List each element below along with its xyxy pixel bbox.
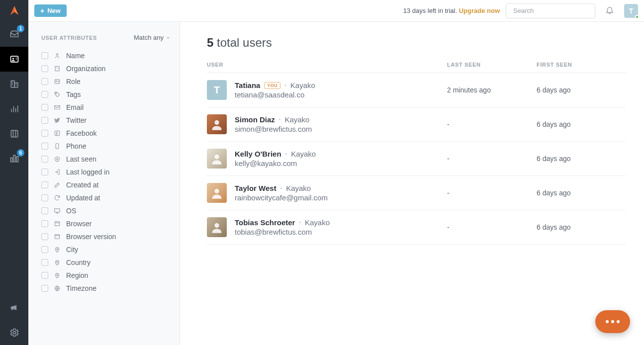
search-input[interactable] bbox=[513, 7, 597, 14]
attribute-label: Browser version bbox=[66, 233, 116, 241]
checkbox[interactable] bbox=[41, 117, 48, 124]
attribute-item[interactable]: Role bbox=[41, 75, 171, 88]
nav-reports[interactable] bbox=[0, 96, 28, 121]
col-last-seen[interactable]: LAST SEEN bbox=[447, 62, 537, 68]
nav-helpcenter[interactable] bbox=[0, 121, 28, 146]
attribute-item[interactable]: Browser bbox=[41, 217, 171, 230]
attribute-list: NameOrganizationRoleTagsEmailTwitterFace… bbox=[41, 49, 171, 295]
svg-rect-43 bbox=[55, 222, 59, 226]
dot-separator: • bbox=[280, 185, 282, 191]
dot-separator: • bbox=[284, 83, 286, 88]
last-seen-cell: - bbox=[447, 189, 537, 197]
user-name: Simon Diaz bbox=[235, 115, 275, 124]
checkbox[interactable] bbox=[41, 156, 48, 163]
attribute-label: Facebook bbox=[66, 129, 96, 137]
nav-organizations[interactable] bbox=[0, 72, 28, 96]
svg-point-53 bbox=[214, 155, 219, 159]
table-header: USER LAST SEEN FIRST SEEN bbox=[207, 62, 626, 73]
filters-panel: USER ATTRIBUTES Match any NameOrganizati… bbox=[28, 22, 180, 345]
attribute-item[interactable]: Facebook bbox=[41, 127, 171, 140]
checkbox[interactable] bbox=[41, 104, 48, 111]
attribute-item[interactable]: Tags bbox=[41, 88, 171, 101]
search-box[interactable] bbox=[506, 3, 595, 18]
attribute-label: Last logged in bbox=[66, 168, 109, 176]
attribute-item[interactable]: Country bbox=[41, 256, 171, 269]
checkbox[interactable] bbox=[41, 194, 48, 201]
match-select[interactable]: Match any bbox=[134, 34, 171, 41]
attribute-item[interactable]: Organization bbox=[41, 62, 171, 75]
checkbox[interactable] bbox=[41, 78, 48, 85]
checkbox[interactable] bbox=[41, 130, 48, 137]
svg-point-39 bbox=[56, 158, 58, 160]
checkbox[interactable] bbox=[41, 246, 48, 253]
attribute-label: Updated at bbox=[66, 194, 100, 202]
topbar: + New 13 days left in trial. Upgrade now… bbox=[28, 0, 644, 22]
col-user[interactable]: USER bbox=[207, 62, 447, 68]
monitor-icon bbox=[53, 207, 61, 214]
you-badge: YOU bbox=[264, 82, 280, 89]
checkbox[interactable] bbox=[41, 207, 48, 214]
new-button[interactable]: + New bbox=[34, 4, 67, 17]
attribute-item[interactable]: OS bbox=[41, 204, 171, 217]
attribute-label: Browser bbox=[66, 220, 92, 228]
upgrade-link[interactable]: Upgrade now bbox=[459, 7, 500, 14]
nav-settings[interactable] bbox=[0, 320, 28, 345]
user-email: rainbowcitycafe@gmail.com bbox=[235, 193, 328, 202]
nav-insights[interactable]: 6 bbox=[0, 146, 28, 171]
notifications-button[interactable] bbox=[601, 5, 618, 16]
svg-point-20 bbox=[13, 332, 15, 334]
attribute-item[interactable]: Timezone bbox=[41, 282, 171, 295]
chat-bubble[interactable] bbox=[595, 310, 630, 333]
user-org: Kayako bbox=[284, 115, 309, 124]
attribute-item[interactable]: Email bbox=[41, 101, 171, 114]
table-row[interactable]: Taylor West•Kayakorainbowcitycafe@gmail.… bbox=[207, 176, 626, 210]
attribute-item[interactable]: Name bbox=[41, 49, 171, 62]
checkbox[interactable] bbox=[41, 181, 48, 188]
user-avatar[interactable]: T bbox=[624, 4, 638, 18]
dot-separator: • bbox=[279, 117, 281, 122]
table-row[interactable]: Tobias Schroeter•Kayakotobias@brewfictus… bbox=[207, 210, 626, 245]
checkbox[interactable] bbox=[41, 169, 48, 175]
attribute-item[interactable]: Last logged in bbox=[41, 166, 171, 178]
user-org: Kayako bbox=[290, 81, 315, 89]
table-row[interactable]: TTatianaYOU•Kayakotetiana@saasdeal.co2 m… bbox=[207, 73, 626, 107]
attribute-label: Organization bbox=[66, 65, 105, 73]
nav-inbox[interactable]: 1 bbox=[0, 22, 28, 47]
col-first-seen[interactable]: FIRST SEEN bbox=[537, 62, 626, 68]
attribute-item[interactable]: Last seen bbox=[41, 153, 171, 166]
row-avatar bbox=[207, 114, 227, 134]
attribute-item[interactable]: Phone bbox=[41, 140, 171, 153]
attribute-item[interactable]: Browser version bbox=[41, 230, 171, 243]
svg-point-3 bbox=[12, 58, 13, 60]
first-seen-cell: 6 days ago bbox=[537, 120, 626, 128]
table-row[interactable]: Simon Diaz•Kayakosimon@brewfictus.com-6 … bbox=[207, 107, 626, 142]
attribute-item[interactable]: Updated at bbox=[41, 191, 171, 204]
checkbox[interactable] bbox=[41, 233, 48, 240]
login-icon bbox=[53, 169, 61, 175]
svg-point-54 bbox=[214, 189, 219, 193]
checkbox[interactable] bbox=[41, 220, 48, 227]
checkbox[interactable] bbox=[41, 259, 48, 266]
row-avatar bbox=[207, 149, 227, 169]
checkbox[interactable] bbox=[41, 272, 48, 279]
attribute-item[interactable]: Created at bbox=[41, 178, 171, 191]
checkbox[interactable] bbox=[41, 143, 48, 150]
attribute-item[interactable]: Region bbox=[41, 269, 171, 282]
last-seen-cell: 2 minutes ago bbox=[447, 86, 537, 94]
checkbox[interactable] bbox=[41, 52, 48, 59]
row-avatar bbox=[207, 183, 227, 203]
checkbox[interactable] bbox=[41, 65, 48, 72]
checkbox[interactable] bbox=[41, 91, 48, 98]
svg-rect-24 bbox=[55, 66, 59, 71]
checkbox[interactable] bbox=[41, 285, 48, 292]
attribute-item[interactable]: City bbox=[41, 243, 171, 256]
nav-announce[interactable] bbox=[0, 295, 28, 320]
dot-separator: • bbox=[285, 151, 287, 157]
user-email: tobias@brewfictus.com bbox=[235, 228, 330, 236]
nav-users[interactable] bbox=[0, 47, 28, 72]
window-icon bbox=[53, 233, 61, 240]
svg-point-55 bbox=[214, 223, 219, 228]
attribute-item[interactable]: Twitter bbox=[41, 114, 171, 127]
table-row[interactable]: Kelly O'Brien•Kayakokelly@kayako.com-6 d… bbox=[207, 142, 626, 176]
logo[interactable] bbox=[0, 0, 28, 22]
